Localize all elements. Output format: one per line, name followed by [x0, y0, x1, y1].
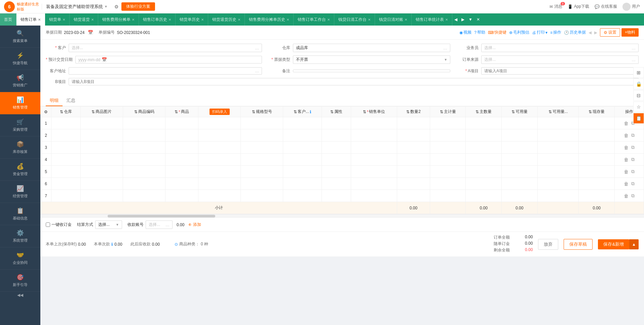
- order-source-input[interactable]: 选择... …: [481, 55, 639, 64]
- tab-sales-return[interactable]: 销货退货 ✕: [70, 13, 98, 26]
- invoice-type-select[interactable]: 不开票 ▼: [293, 55, 450, 64]
- tab-detail[interactable]: 明细: [46, 95, 63, 106]
- quick-btn-2[interactable]: 🔒: [633, 79, 644, 89]
- tab-close-icon[interactable]: ✕: [132, 18, 135, 22]
- solution-button[interactable]: 体验行业方案: [121, 2, 155, 11]
- tab-close-icon[interactable]: ✕: [201, 18, 204, 22]
- sidebar-item-inventory[interactable]: 📦 库存核算: [0, 136, 40, 159]
- tab-sales-stat[interactable]: 销售订单统计表 ✕: [412, 13, 452, 26]
- tab-sales-order-history[interactable]: 销售订单历史 ✕: [139, 13, 176, 26]
- copy-row-button[interactable]: ⧉: [631, 144, 635, 151]
- sidebar-item-basic-info[interactable]: 📋 基础信息: [0, 203, 40, 225]
- tab-close-icon[interactable]: ✕: [287, 18, 289, 22]
- copy-row-button[interactable]: ⧉: [631, 168, 635, 175]
- payment-method-select[interactable]: 选择... ▼: [95, 220, 122, 229]
- calendar-icon[interactable]: 📅: [88, 30, 93, 35]
- cell-warehouse[interactable]: [51, 117, 81, 129]
- account-input[interactable]: 选择... …: [146, 220, 173, 229]
- help-link[interactable]: ? 帮助: [474, 30, 485, 35]
- cell-sales-unit[interactable]: [351, 117, 397, 129]
- nav-expand-arrow[interactable]: ▼: [466, 17, 475, 22]
- th-attribute[interactable]: ⇅属性: [322, 107, 351, 117]
- th-gear[interactable]: ⚙: [41, 107, 51, 117]
- tab-sales-workbench[interactable]: 销售订单工作台 ✕: [294, 13, 334, 26]
- horizontal-scrollbar[interactable]: [40, 214, 644, 217]
- th-available2[interactable]: ⇅可用量...: [537, 107, 579, 117]
- th-stock[interactable]: ⇅现存量: [579, 107, 615, 117]
- cell-qty2[interactable]: [397, 117, 430, 129]
- copy-row-button[interactable]: ⧉: [631, 192, 635, 199]
- add-payment-button[interactable]: ⊕ 添加: [188, 222, 201, 228]
- print-link[interactable]: 🖨 打印 ▾: [532, 30, 547, 35]
- system-title[interactable]: 装备及固定资产辅助管理系统 ▼: [42, 4, 112, 10]
- gear-icon[interactable]: ⚙: [114, 4, 119, 9]
- save-draft-button[interactable]: 保存草稿: [564, 239, 593, 250]
- sidebar-item-guide[interactable]: 🎯 新手引导: [0, 270, 40, 292]
- cell-attribute[interactable]: [322, 117, 351, 129]
- salesperson-input[interactable]: 选择... …: [481, 44, 639, 52]
- tab-credit-daily-reconcile[interactable]: 钱贷日清对账 ✕: [375, 13, 412, 26]
- tab-close-icon[interactable]: ✕: [238, 18, 240, 22]
- sidebar-item-operations[interactable]: 📈 经营管理: [0, 181, 40, 203]
- th-warehouse[interactable]: ⇅仓库: [51, 107, 81, 117]
- copy-row-button[interactable]: ⧉: [631, 180, 635, 187]
- sidebar-item-purchase[interactable]: 🛒 采购管理: [0, 114, 40, 136]
- quick-btn-4[interactable]: ☆: [633, 101, 644, 112]
- th-scan[interactable]: 扫码录入: [198, 107, 241, 117]
- th-main-qty[interactable]: ⇅主数量: [466, 107, 502, 117]
- delete-row-button[interactable]: 🗑: [623, 192, 629, 199]
- tab-close-icon[interactable]: ✕: [168, 18, 171, 22]
- delete-row-button[interactable]: 🗑: [623, 168, 629, 175]
- tab-close-icon[interactable]: ✕: [91, 18, 94, 22]
- nav-close-icon[interactable]: ✕: [475, 17, 482, 22]
- tab-credit-daily-workbench[interactable]: 钱贷日清工作台 ✕: [334, 13, 375, 26]
- save-new-dropdown-button[interactable]: ▲: [629, 239, 639, 249]
- tab-sales-expense[interactable]: 销售费用分摊单 ✕: [98, 13, 139, 26]
- user-menu[interactable]: 用户: [622, 3, 640, 11]
- tab-close-icon[interactable]: ✕: [38, 18, 41, 22]
- tab-sales-expense-history[interactable]: 销售费用分摊单历史 ✕: [245, 13, 294, 26]
- sidebar-item-marketing[interactable]: 📢 营销推广: [0, 70, 40, 92]
- save-new-button[interactable]: 保存&新增: [598, 239, 629, 249]
- th-main-unit[interactable]: ⇅主计量: [430, 107, 466, 117]
- sidebar-item-collab[interactable]: 🤝 企业协同: [0, 247, 40, 270]
- b-project-input[interactable]: [69, 78, 639, 85]
- th-qty2[interactable]: ⇅数量2: [397, 107, 430, 117]
- note-input[interactable]: [293, 70, 450, 72]
- message-button[interactable]: ✉ 9 消息: [550, 4, 562, 9]
- tab-close-icon[interactable]: ✕: [368, 18, 371, 22]
- view-link[interactable]: ◉ 视频: [459, 30, 471, 35]
- cell-customer-code[interactable]: [283, 117, 322, 129]
- scrollbar-thumb[interactable]: [108, 215, 215, 217]
- th-sales-unit[interactable]: ⇅*销售单位: [351, 107, 397, 117]
- sidebar-item-sales[interactable]: 📊 销售管理: [0, 92, 40, 114]
- quick-btn-3[interactable]: ⊟: [633, 90, 644, 101]
- th-product[interactable]: ⇅*商品: [165, 107, 198, 117]
- tab-home[interactable]: 首页: [0, 13, 16, 26]
- shortcut-link[interactable]: ⌨ 快捷键: [488, 30, 506, 35]
- tab-close-icon[interactable]: ✕: [445, 18, 448, 22]
- tab-sales-invoice-history[interactable]: 销货单历史 ✕: [176, 13, 208, 26]
- th-available[interactable]: ⇅可用量: [502, 107, 538, 117]
- cell-code[interactable]: [123, 117, 165, 129]
- address-input[interactable]: …: [69, 67, 262, 75]
- tab-sales-invoice[interactable]: 销货单 ✕: [45, 13, 70, 26]
- quick-btn-5[interactable]: 📋: [633, 113, 644, 124]
- tab-close-icon[interactable]: ✕: [63, 18, 65, 22]
- profit-link[interactable]: ⊕ 毛利预估: [509, 30, 529, 35]
- sidebar-item-system[interactable]: ⚙️ 系统管理: [0, 225, 40, 247]
- tab-summary[interactable]: 汇总: [63, 95, 79, 106]
- delete-row-button[interactable]: 🗑: [623, 180, 629, 187]
- delete-row-button[interactable]: 🗑: [623, 144, 629, 151]
- th-image[interactable]: ⇅商品图片: [80, 107, 123, 117]
- delete-row-button[interactable]: 🗑: [623, 132, 629, 139]
- tab-close-icon[interactable]: ✕: [327, 18, 330, 22]
- settings-button[interactable]: ⚙ 设置: [600, 28, 620, 37]
- sidebar-item-search[interactable]: 🔍 搜索菜单: [0, 26, 40, 48]
- discard-button[interactable]: 放弃: [538, 239, 558, 250]
- tab-sales-return-history[interactable]: 销货退货历史 ✕: [208, 13, 245, 26]
- scan-button[interactable]: 扫码录入: [210, 109, 230, 115]
- th-code[interactable]: ⇅商品编码: [123, 107, 165, 117]
- quick-btn-1[interactable]: ⊞: [633, 67, 644, 78]
- copy-row-button[interactable]: ⧉: [631, 132, 635, 139]
